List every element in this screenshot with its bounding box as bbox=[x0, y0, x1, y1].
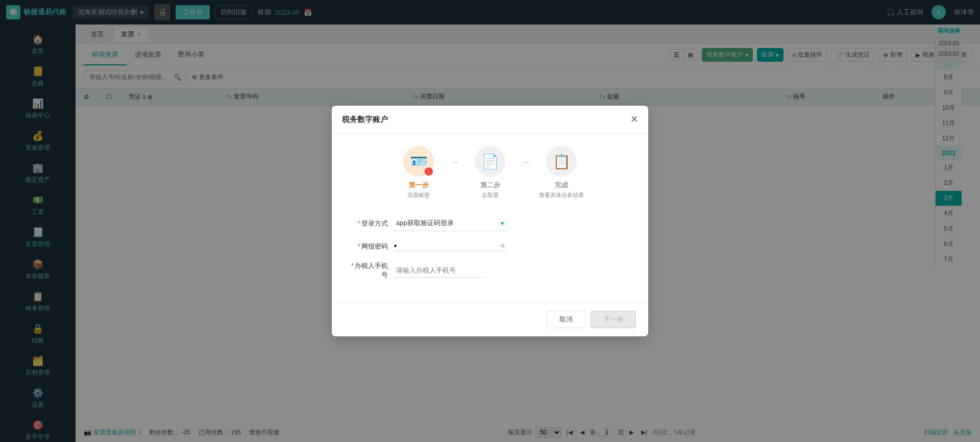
step2-icon: 📄 bbox=[481, 153, 499, 170]
step2-icon-wrap: 📄 bbox=[475, 146, 505, 177]
step3-label: 完成 bbox=[555, 181, 568, 190]
select-arrow-icon: ▾ bbox=[501, 219, 504, 227]
dialog-close-button[interactable]: ✕ bbox=[630, 114, 638, 125]
step1-icon: 🪪 bbox=[410, 153, 428, 170]
login-method-label: *登录方式 bbox=[348, 219, 394, 228]
step1-sub: 完善账密 bbox=[407, 191, 430, 199]
step1-label: 第一步 bbox=[409, 181, 429, 190]
arrow-2: → bbox=[521, 146, 531, 168]
password-input[interactable] bbox=[394, 241, 500, 251]
step3-icon-wrap: 📋 bbox=[546, 146, 577, 177]
password-row: *网报密码 👁 bbox=[348, 241, 632, 251]
step-1: 🪪 ! 第一步 完善账密 bbox=[388, 146, 449, 199]
dialog-body: 🪪 ! 第一步 完善账密 → 📄 第二步 去取票 → bbox=[332, 134, 648, 302]
eye-icon[interactable]: 👁 bbox=[500, 242, 506, 250]
step2-sub: 去取票 bbox=[482, 191, 499, 199]
step2-label: 第二步 bbox=[480, 181, 500, 190]
step3-sub: 查看具体任务结果 bbox=[539, 191, 584, 199]
login-method-row: *登录方式 app获取验证码登录 ▾ bbox=[348, 215, 632, 231]
dialog-title: 税务数字账户 bbox=[342, 115, 388, 125]
phone-label: *办税人手机号 bbox=[348, 261, 394, 280]
login-method-select[interactable]: app获取验证码登录 ▾ bbox=[394, 215, 506, 231]
step3-icon: 📋 bbox=[553, 153, 571, 170]
step-3: 📋 完成 查看具体任务结果 bbox=[531, 146, 592, 199]
step1-icon-wrap: 🪪 ! bbox=[403, 146, 434, 177]
login-method-value: app获取验证码登录 bbox=[396, 218, 454, 228]
next-step-button[interactable]: 下一步 bbox=[591, 311, 636, 328]
dialog-footer: 取消 下一步 bbox=[332, 302, 648, 336]
dialog-header: 税务数字账户 ✕ bbox=[332, 106, 648, 134]
step-2: 📄 第二步 去取票 bbox=[459, 146, 521, 199]
steps-indicator: 🪪 ! 第一步 完善账密 → 📄 第二步 去取票 → bbox=[348, 146, 632, 199]
tax-account-dialog: 税务数字账户 ✕ 🪪 ! 第一步 完善账密 → bbox=[332, 106, 648, 336]
phone-row: *办税人手机号 bbox=[348, 261, 632, 280]
dialog-overlay: 税务数字账户 ✕ 🪪 ! 第一步 完善账密 → bbox=[0, 0, 980, 442]
step1-badge: ! bbox=[425, 167, 433, 176]
arrow-1: → bbox=[449, 146, 459, 168]
password-label: *网报密码 bbox=[348, 242, 394, 251]
cancel-button[interactable]: 取消 bbox=[547, 311, 585, 328]
password-field-wrap: 👁 bbox=[394, 241, 506, 251]
phone-input[interactable] bbox=[394, 263, 486, 278]
